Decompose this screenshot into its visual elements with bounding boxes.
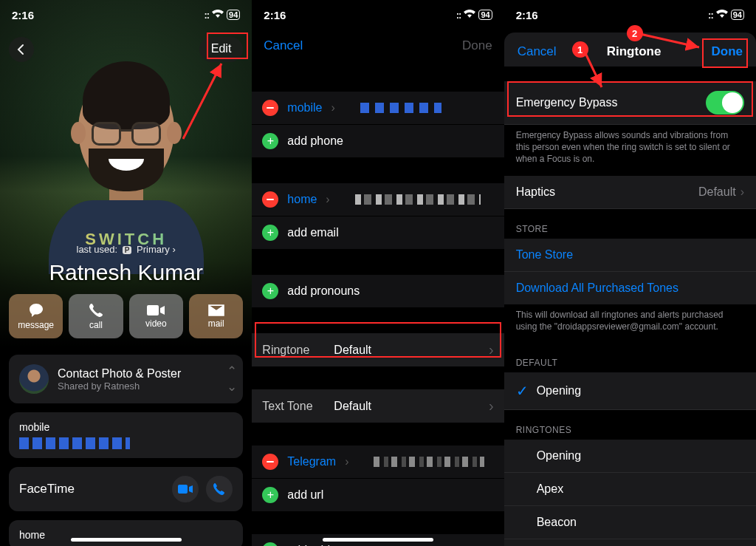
done-button[interactable]: Done: [711, 44, 743, 59]
email-home-row[interactable]: home ›: [252, 183, 504, 216]
battery-indicator: 94: [227, 10, 240, 20]
haptics-row[interactable]: Haptics Default ›: [504, 176, 756, 209]
add-icon: +: [262, 133, 278, 149]
chevron-right-icon: ›: [345, 455, 348, 468]
cancel-button[interactable]: Cancel: [264, 38, 303, 53]
battery-indicator: 94: [478, 10, 492, 20]
add-url-row[interactable]: + add url: [252, 479, 504, 512]
facetime-video-button[interactable]: [172, 476, 199, 502]
done-button-disabled: Done: [462, 38, 492, 53]
home-indicator[interactable]: [71, 538, 182, 542]
clock: 2:16: [264, 9, 286, 21]
battery-indicator: 94: [731, 10, 744, 20]
chevron-right-icon: ›: [740, 185, 744, 199]
remove-icon[interactable]: [262, 100, 278, 116]
cellular-icon: [204, 10, 209, 21]
remove-icon[interactable]: [262, 454, 278, 470]
emergency-bypass-toggle[interactable]: [706, 91, 744, 115]
facetime-row: FaceTime: [9, 467, 243, 511]
add-pronouns-row[interactable]: + add pronouns: [252, 275, 504, 308]
status-bar: 2:16 94: [504, 0, 756, 30]
add-icon: +: [262, 225, 278, 241]
download-note: This will download all ringtones and ale…: [504, 304, 756, 343]
checkmark-icon: ✓: [516, 382, 537, 400]
panel-contact-card: 2:16 94 Edit SWITCH: [0, 0, 252, 546]
default-header: DEFAULT: [504, 343, 756, 372]
video-icon: [147, 304, 165, 316]
status-bar: 2:16 94: [252, 0, 504, 30]
expand-icon: ⌃⌄: [227, 364, 233, 395]
email-redacted: [355, 194, 481, 205]
phone-number-redacted: [19, 437, 130, 449]
chevron-right-icon: ›: [489, 397, 494, 414]
wifi-icon: [464, 10, 475, 21]
ringtone-option[interactable]: Apex: [504, 473, 756, 506]
add-icon: +: [262, 487, 278, 503]
emergency-bypass-note: Emergency Bypass allows sounds and vibra…: [504, 125, 756, 176]
emergency-bypass-row[interactable]: Emergency Bypass: [504, 81, 756, 125]
facetime-audio-button[interactable]: [206, 476, 233, 502]
contact-name: Ratnesh Kumar: [0, 260, 252, 285]
phone-number-redacted: [360, 103, 441, 113]
chevron-right-icon: ›: [331, 101, 334, 115]
contact-photo: SWITCH: [45, 70, 207, 252]
telegram-redacted: [374, 457, 484, 467]
phone-mobile-row[interactable]: mobile: [9, 412, 243, 458]
cancel-button[interactable]: Cancel: [518, 44, 557, 59]
cellular-icon: [456, 10, 461, 21]
ringtone-nav: Cancel Ringtone Done: [504, 33, 756, 66]
mail-button[interactable]: mail: [189, 294, 243, 338]
message-button[interactable]: message: [9, 294, 63, 338]
poster-subtitle: Shared by Ratnesh: [58, 381, 181, 392]
mail-icon: [208, 304, 224, 316]
status-bar: 2:16 94: [0, 0, 252, 30]
email-home-row[interactable]: home: [9, 520, 243, 546]
ringtone-option[interactable]: Bulletin: [504, 539, 756, 546]
text-tone-row[interactable]: Text Tone Default ›: [252, 389, 504, 423]
ringtones-header: RINGTONES: [504, 410, 756, 440]
default-ringtone-row[interactable]: ✓ Opening: [504, 372, 756, 410]
last-used-sim[interactable]: last used: P Primary ›: [0, 244, 252, 255]
social-telegram-row[interactable]: Telegram ›: [252, 446, 504, 479]
add-email-row[interactable]: + add email: [252, 216, 504, 250]
clock: 2:16: [516, 9, 538, 21]
ringtone-row[interactable]: Ringtone Default ›: [252, 333, 504, 367]
add-icon: +: [262, 283, 278, 299]
panel-ringtone-settings: 2:16 94 Cancel Ringtone Done Emergency B…: [504, 0, 756, 546]
edit-button[interactable]: Edit: [199, 37, 244, 62]
cellular-icon: [708, 10, 713, 21]
phone-icon: [89, 303, 103, 318]
ringtone-option[interactable]: Beacon: [504, 506, 756, 539]
chevron-right-icon: ›: [326, 193, 329, 206]
ringtone-sheet: Cancel Ringtone Done Emergency Bypass Em…: [504, 33, 756, 546]
video-button[interactable]: video: [129, 294, 183, 338]
add-icon: +: [262, 542, 278, 546]
download-all-row[interactable]: Download All Purchased Tones: [504, 272, 756, 304]
back-button[interactable]: [9, 37, 34, 62]
message-icon: [28, 303, 44, 318]
wifi-icon: [212, 10, 224, 21]
tone-store-row[interactable]: Tone Store: [504, 239, 756, 272]
edit-nav: Cancel Done: [252, 30, 504, 62]
chevron-right-icon: ›: [489, 341, 494, 358]
poster-thumbnail: [19, 364, 49, 394]
home-indicator[interactable]: [323, 538, 433, 542]
call-button[interactable]: call: [69, 294, 123, 338]
page-title: Ringtone: [607, 44, 662, 59]
ringtone-option[interactable]: Opening: [504, 440, 756, 473]
remove-icon[interactable]: [262, 191, 278, 208]
panel-edit-contact: 2:16 94 Cancel Done mobile › + add phone: [252, 0, 504, 546]
phone-mobile-row[interactable]: mobile ›: [252, 92, 504, 125]
photo-poster-row[interactable]: Contact Photo & Poster Shared by Ratnesh…: [9, 355, 243, 403]
wifi-icon: [716, 10, 728, 21]
chevron-right-icon: ›: [172, 244, 175, 255]
store-header: STORE: [504, 209, 756, 239]
contact-actions: message call video mail: [9, 294, 243, 338]
add-phone-row[interactable]: + add phone: [252, 125, 504, 158]
poster-title: Contact Photo & Poster: [58, 367, 181, 381]
clock: 2:16: [12, 9, 34, 21]
